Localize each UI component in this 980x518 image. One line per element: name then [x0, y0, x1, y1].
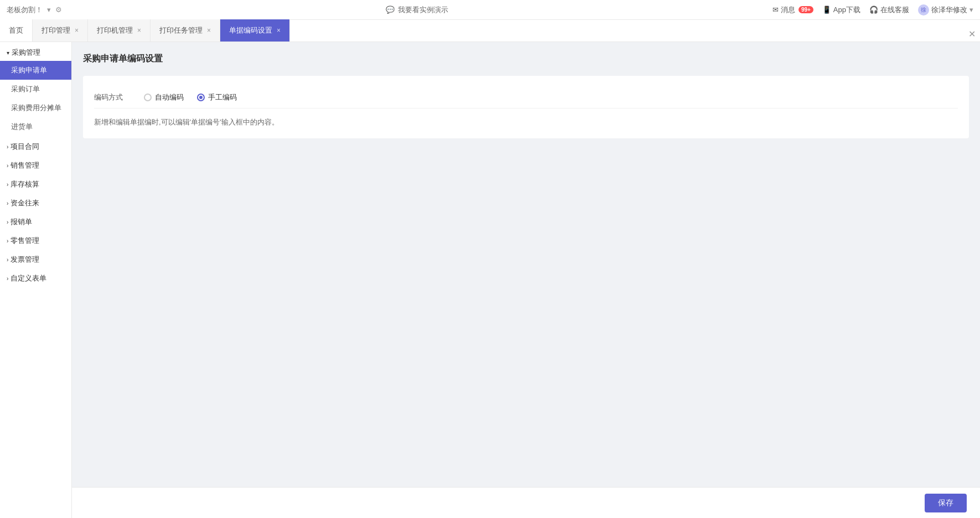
sidebar-group-returns[interactable]: › 报销单 [0, 211, 71, 230]
chevron-right-icon-invoice: › [7, 257, 8, 263]
app-download-label: App下载 [833, 5, 860, 15]
chevron-right-icon-inventory: › [7, 182, 8, 188]
sidebar-group-project-label: 项目合同 [11, 142, 39, 152]
demo-icon: 💬 [386, 6, 395, 14]
sidebar-group-custom-form[interactable]: › 自定义表单 [0, 268, 71, 287]
message-button[interactable]: ✉ 消息 99+ [772, 5, 813, 15]
radio-manual-dot [199, 96, 203, 99]
sidebar-item-purchase-request[interactable]: 采购申请单 [0, 61, 71, 80]
coding-method-label: 编码方式 [94, 92, 127, 102]
tab-home[interactable]: 首页 [0, 19, 33, 42]
tab-printer-mgmt-label: 打印机管理 [97, 25, 133, 35]
tab-print-task-close[interactable]: × [207, 27, 211, 34]
chevron-right-icon-retail: › [7, 238, 8, 244]
top-bar-left: 老板勿割！ ▾ ⚙ [7, 5, 62, 15]
page-title: 采购申请单编码设置 [83, 53, 969, 65]
tab-voucher-code-close[interactable]: × [277, 27, 281, 34]
tab-print-mgmt-close[interactable]: × [75, 27, 79, 34]
sidebar-group-custom-form-label: 自定义表单 [11, 273, 46, 283]
page-close-button[interactable]: ✕ [968, 29, 976, 39]
sidebar-group-returns-label: 报销单 [11, 217, 32, 227]
radio-auto-label: 自动编码 [155, 92, 184, 102]
sidebar-group-purchase-label: 采购管理 [12, 48, 40, 58]
tab-voucher-code-label: 单据编码设置 [229, 25, 272, 35]
service-icon: 🎧 [869, 6, 878, 14]
user-avatar-icon: 徐 [918, 4, 929, 15]
radio-manual-label: 手工编码 [208, 92, 237, 102]
tab-print-mgmt-label: 打印管理 [42, 25, 70, 35]
online-service-label: 在线客服 [880, 5, 909, 15]
tab-voucher-code[interactable]: 单据编码设置 × [220, 19, 290, 42]
tab-print-task[interactable]: 打印任务管理 × [151, 19, 220, 42]
content-inner: 采购申请单编码设置 编码方式 自动编码 [72, 42, 980, 487]
sidebar-item-purchase-request-label: 采购申请单 [11, 66, 47, 74]
sidebar-group-fund-label: 资金往来 [11, 198, 39, 208]
tab-printer-mgmt[interactable]: 打印机管理 × [88, 19, 151, 42]
chevron-right-icon-fund: › [7, 200, 8, 206]
sidebar-item-purchase-order-label: 采购订单 [11, 85, 40, 93]
save-button[interactable]: 保存 [925, 494, 967, 512]
chevron-right-icon-custom: › [7, 276, 8, 282]
user-name: 徐泽华修改 [931, 5, 967, 15]
radio-manual-circle [197, 94, 205, 101]
sidebar: ▾ 采购管理 采购申请单 采购订单 采购费用分摊单 进货单 › 项目合同 › 销… [0, 42, 72, 518]
sidebar-group-purchase[interactable]: ▾ 采购管理 [0, 42, 71, 61]
chevron-right-icon-sales: › [7, 163, 8, 169]
top-bar-center: 💬 我要看实例演示 [386, 5, 448, 15]
radio-auto-coding[interactable]: 自动编码 [144, 92, 184, 102]
top-bar-right: ✉ 消息 99+ 📱 App下载 🎧 在线客服 徐 徐泽华修改 ▾ [772, 4, 973, 15]
sidebar-group-inventory[interactable]: › 库存核算 [0, 174, 71, 193]
sidebar-group-invoice-label: 发票管理 [11, 255, 39, 265]
sidebar-group-invoice[interactable]: › 发票管理 [0, 249, 71, 268]
radio-manual-coding[interactable]: 手工编码 [197, 92, 237, 102]
sidebar-group-retail-label: 零售管理 [11, 236, 39, 246]
sidebar-group-fund[interactable]: › 资金往来 [0, 193, 71, 211]
message-label: 消息 [781, 5, 795, 15]
top-bar: 老板勿割！ ▾ ⚙ 💬 我要看实例演示 ✉ 消息 99+ 📱 App下载 🎧 在… [0, 0, 980, 20]
tab-printer-mgmt-close[interactable]: × [137, 27, 141, 34]
demo-text[interactable]: 我要看实例演示 [398, 5, 448, 15]
app-download-button[interactable]: 📱 App下载 [822, 5, 860, 15]
coding-method-radio-group: 自动编码 手工编码 [144, 92, 237, 102]
settings-icon[interactable]: ⚙ [55, 6, 62, 14]
tab-home-label: 首页 [9, 25, 23, 35]
radio-auto-circle [144, 94, 152, 101]
coding-method-row: 编码方式 自动编码 手工编码 [94, 87, 958, 108]
message-badge: 99+ [798, 6, 813, 13]
sidebar-group-retail[interactable]: › 零售管理 [0, 230, 71, 249]
sidebar-item-stock-in[interactable]: 进货单 [0, 117, 71, 136]
app-icon: 📱 [822, 6, 831, 14]
message-icon: ✉ [772, 6, 779, 14]
dropdown-arrow-icon[interactable]: ▾ [47, 6, 51, 14]
sidebar-group-project[interactable]: › 项目合同 [0, 136, 71, 155]
chevron-down-icon: ▾ [7, 50, 9, 56]
sidebar-item-stock-in-label: 进货单 [11, 122, 33, 131]
content-area: 采购申请单编码设置 编码方式 自动编码 [72, 42, 980, 518]
tab-bar: 首页 打印管理 × 打印机管理 × 打印任务管理 × 单据编码设置 × [0, 20, 980, 42]
hint-text: 新增和编辑单据编时,可以编辑'单据编号'输入框中的内容。 [94, 117, 958, 127]
settings-card: 编码方式 自动编码 手工编码 [83, 76, 969, 138]
content-footer: 保存 [72, 487, 980, 518]
user-menu[interactable]: 徐 徐泽华修改 ▾ [918, 4, 973, 15]
tab-print-task-label: 打印任务管理 [159, 25, 203, 35]
main-layout: ▾ 采购管理 采购申请单 采购订单 采购费用分摊单 进货单 › 项目合同 › 销… [0, 42, 980, 518]
sidebar-item-purchase-expense-label: 采购费用分摊单 [11, 103, 61, 112]
sidebar-group-sales-label: 销售管理 [11, 160, 39, 170]
online-service-button[interactable]: 🎧 在线客服 [869, 5, 909, 15]
chevron-right-icon-returns: › [7, 219, 8, 225]
sidebar-item-purchase-expense[interactable]: 采购费用分摊单 [0, 99, 71, 117]
chevron-right-icon: › [7, 144, 8, 150]
user-dropdown-icon: ▾ [969, 6, 973, 14]
tab-print-mgmt[interactable]: 打印管理 × [33, 19, 88, 42]
brand-text: 老板勿割！ [7, 5, 43, 15]
sidebar-group-inventory-label: 库存核算 [11, 179, 39, 189]
sidebar-item-purchase-order[interactable]: 采购订单 [0, 80, 71, 99]
sidebar-group-sales[interactable]: › 销售管理 [0, 155, 71, 174]
